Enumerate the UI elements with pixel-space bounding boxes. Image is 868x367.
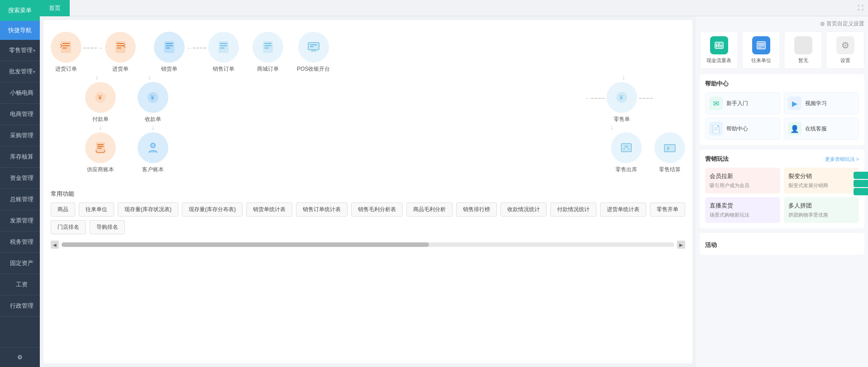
flow-node-mall-order: 商城订单 bbox=[253, 32, 283, 73]
common-btn-store-rank[interactable]: 门店排名 bbox=[51, 220, 86, 234]
payment-icon[interactable]: ¥ bbox=[85, 82, 116, 113]
sidebar-item-purchase[interactable]: 采购管理 bbox=[0, 125, 40, 146]
float-desktop[interactable]: 桌面快捷 bbox=[854, 188, 868, 195]
scroll-track[interactable] bbox=[62, 242, 674, 247]
sidebar-item-retail[interactable]: 零售管理 ▾ bbox=[0, 40, 40, 61]
shortcut-settings[interactable]: ⚙ 设置 bbox=[826, 31, 864, 69]
search-menu-button[interactable]: 搜索菜单 bbox=[0, 0, 40, 21]
flow-node-sale-bill: 销货单 bbox=[154, 32, 185, 73]
purchase-order-icon[interactable] bbox=[51, 32, 81, 63]
purchase-bill-label: 进货单 bbox=[112, 65, 129, 73]
marketing-live-title: 直播卖货 bbox=[710, 202, 776, 210]
marketing-member-title: 会员拉新 bbox=[710, 172, 776, 180]
common-btn-sale-order-stat[interactable]: 销售订单统计表 bbox=[296, 203, 348, 217]
pos-icon[interactable] bbox=[298, 32, 329, 63]
common-btn-sale-stat[interactable]: 销货单统计表 bbox=[246, 203, 292, 217]
help-center-title: 帮助中心 bbox=[705, 80, 859, 88]
common-btn-sale-rank[interactable]: 销售排行榜 bbox=[456, 203, 497, 217]
retail-settle-icon[interactable]: ¥ bbox=[654, 132, 685, 163]
common-btn-partner[interactable]: 往来单位 bbox=[79, 203, 114, 217]
svg-rect-43 bbox=[664, 145, 675, 152]
help-beginner[interactable]: ✉ 新手入门 bbox=[705, 92, 780, 114]
pos-label: POS收银开台 bbox=[297, 65, 330, 73]
common-btn-product-margin[interactable]: 商品毛利分析 bbox=[406, 203, 453, 217]
svg-rect-23 bbox=[310, 46, 314, 47]
retail-out-icon[interactable] bbox=[611, 132, 642, 163]
common-btn-purchase-stat[interactable]: 进货单统计表 bbox=[600, 203, 646, 217]
float-community[interactable]: 服务社区 bbox=[854, 180, 868, 187]
sidebar-item-wholesale[interactable]: 批发管理 ▾ bbox=[0, 61, 40, 82]
common-btn-stock1[interactable]: 现存量(库存状况表) bbox=[118, 203, 178, 217]
mall-order-icon[interactable] bbox=[253, 32, 283, 63]
flow-diagram: 进货订单 → bbox=[51, 27, 685, 183]
shortcuts-grid: 现金流量表 往来单位 bbox=[700, 31, 864, 69]
help-online-service[interactable]: 👤 在线客服 bbox=[784, 118, 859, 140]
sidebar: 搜索菜单 快捷导航 零售管理 ▾ 批发管理 ▾ 小畅电商 电商管理 采购管理 库… bbox=[0, 0, 40, 367]
common-btn-payment-stat[interactable]: 付款情况统计 bbox=[550, 203, 596, 217]
marketing-item-group[interactable]: 多人拼团 拼团购物享受优惠 bbox=[784, 197, 859, 223]
sale-order-icon[interactable] bbox=[208, 32, 239, 63]
common-btn-receipt-stat[interactable]: 收款情况统计 bbox=[501, 203, 547, 217]
purchase-bill-icon[interactable] bbox=[105, 32, 136, 63]
shortcut-cashflow-label: 现金流量表 bbox=[706, 57, 731, 64]
shortcut-settings-label: 设置 bbox=[840, 57, 850, 64]
svg-rect-53 bbox=[758, 43, 764, 44]
help-center-link[interactable]: 📄 帮助中心 bbox=[705, 118, 780, 140]
tab-home[interactable]: 首页 bbox=[40, 0, 70, 16]
svg-rect-14 bbox=[220, 45, 227, 46]
svg-rect-13 bbox=[220, 43, 227, 44]
shortcut-cashflow[interactable]: 现金流量表 bbox=[700, 31, 738, 69]
sidebar-item-invoice[interactable]: 发票管理 bbox=[0, 210, 40, 232]
svg-rect-7 bbox=[117, 48, 121, 48]
customer-account-icon[interactable] bbox=[138, 132, 168, 163]
svg-rect-24 bbox=[311, 50, 316, 51]
sidebar-item-ledger[interactable]: 总账管理 bbox=[0, 189, 40, 210]
sidebar-item-ecommerce[interactable]: 电商管理 bbox=[0, 104, 40, 125]
sidebar-item-tax[interactable]: 税务管理 bbox=[0, 232, 40, 253]
svg-rect-25 bbox=[310, 51, 317, 52]
common-btn-guide-rank[interactable]: 导购排名 bbox=[90, 220, 125, 234]
marketing-item-fission[interactable]: 裂变分销 裂变式发展分销商 bbox=[784, 168, 859, 193]
sidebar-item-admin[interactable]: 行政管理 bbox=[0, 295, 40, 317]
center-panel: 进货订单 → bbox=[43, 20, 692, 363]
sidebar-item-inventory[interactable]: 库存核算 bbox=[0, 146, 40, 168]
quick-nav-button[interactable]: 快捷导航 bbox=[0, 21, 40, 40]
marketing-item-live[interactable]: 直播卖货 场景式购物新玩法 bbox=[705, 197, 780, 223]
help-grid: ✉ 新手入门 ▶ 视频学习 📄 帮助中心 👤 在线客服 bbox=[705, 92, 859, 140]
retail-out-label: 零售出库 bbox=[615, 166, 637, 174]
svg-rect-55 bbox=[758, 47, 762, 48]
common-btn-sale-margin[interactable]: 销售毛利分析表 bbox=[351, 203, 403, 217]
scroll-right-button[interactable]: ▶ bbox=[677, 241, 685, 249]
marketing-grid: 会员拉新 吸引用户成为会员 裂变分销 裂变式发展分销商 直播卖货 场景式购物新玩… bbox=[705, 168, 859, 223]
sidebar-item-finance[interactable]: 资金管理 bbox=[0, 168, 40, 189]
shortcut-partner[interactable]: 往来单位 bbox=[742, 31, 780, 69]
svg-text:¥: ¥ bbox=[98, 94, 102, 101]
svg-rect-50 bbox=[720, 45, 722, 47]
scroll-left-button[interactable]: ◀ bbox=[51, 241, 59, 249]
sidebar-item-payroll[interactable]: 工资 bbox=[0, 274, 40, 295]
marketing-more-link[interactable]: 更多营销玩法 > bbox=[825, 156, 859, 163]
sidebar-item-assets[interactable]: 固定资产 bbox=[0, 253, 40, 274]
marketing-item-member[interactable]: 会员拉新 吸引用户成为会员 bbox=[705, 168, 780, 193]
receipt-icon[interactable]: ¥ bbox=[138, 82, 168, 113]
retail-bill-icon[interactable]: ¥ bbox=[606, 82, 637, 113]
fullscreen-icon[interactable]: ⛶ bbox=[858, 5, 868, 11]
supplier-account-icon[interactable] bbox=[85, 132, 116, 163]
svg-rect-15 bbox=[220, 48, 224, 48]
help-video[interactable]: ▶ 视频学习 bbox=[784, 92, 859, 114]
settings-icon-button[interactable]: ⚙ bbox=[0, 347, 40, 367]
svg-rect-8 bbox=[164, 41, 174, 53]
common-btn-product[interactable]: 商品 bbox=[51, 203, 75, 217]
flow-node-payment: ¥ 付款单 bbox=[85, 82, 116, 123]
homepage-settings-link[interactable]: ⚙ 首页自定义设置 bbox=[700, 20, 864, 28]
marketing-group-desc: 拼团购物享受优惠 bbox=[788, 212, 854, 218]
purchase-order-label: 进货订单 bbox=[55, 65, 77, 73]
shortcut-none[interactable]: 暂无 bbox=[784, 31, 822, 69]
flow-node-supplier-account: 供应商账本 bbox=[85, 132, 116, 174]
common-btn-stock2[interactable]: 现存量(库存分布表) bbox=[182, 203, 243, 217]
sale-bill-icon[interactable] bbox=[154, 32, 185, 63]
scrollbar: ◀ ▶ bbox=[51, 241, 685, 249]
common-btn-retail-order[interactable]: 零售开单 bbox=[650, 203, 685, 217]
sidebar-item-ecommerce-small[interactable]: 小畅电商 bbox=[0, 82, 40, 104]
float-customer-service[interactable]: 客服热线 bbox=[854, 172, 868, 179]
